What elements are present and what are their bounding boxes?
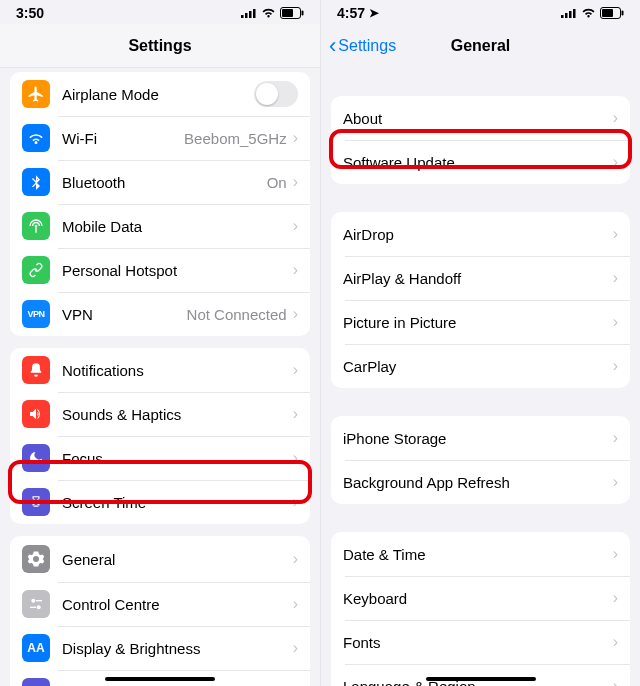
svg-rect-27 (622, 11, 624, 16)
page-title: Settings (128, 37, 191, 55)
chevron-right-icon: › (293, 551, 298, 567)
nav-header: Settings (0, 24, 320, 68)
moon-icon (22, 444, 50, 472)
chevron-right-icon: › (613, 314, 618, 330)
row-language-region[interactable]: Language & Region › (331, 664, 630, 686)
group-storage: iPhone Storage › Background App Refresh … (331, 416, 630, 504)
chevron-right-icon: › (613, 226, 618, 242)
gear-icon (22, 545, 50, 573)
label: Keyboard (343, 590, 613, 607)
chevron-right-icon: › (613, 430, 618, 446)
row-notifications[interactable]: Notifications › (10, 348, 310, 392)
label: Software Update (343, 154, 613, 171)
row-airdrop[interactable]: AirDrop › (331, 212, 630, 256)
row-wifi[interactable]: Wi-Fi Beebom_5GHz › (10, 116, 310, 160)
svg-rect-3 (253, 9, 256, 18)
hourglass-icon (22, 488, 50, 516)
svg-point-7 (31, 599, 35, 603)
vpn-icon: VPN (22, 300, 50, 328)
link-icon (22, 256, 50, 284)
status-time: 3:50 (16, 5, 44, 21)
settings-scroll[interactable]: Airplane Mode Wi-Fi Beebom_5GHz › Blueto… (0, 68, 320, 686)
label: Personal Hotspot (62, 262, 293, 279)
wifi-icon (22, 124, 50, 152)
row-sounds-haptics[interactable]: Sounds & Haptics › (10, 392, 310, 436)
bluetooth-icon (22, 168, 50, 196)
row-background-refresh[interactable]: Background App Refresh › (331, 460, 630, 504)
row-control-centre[interactable]: Control Centre › (10, 582, 310, 626)
svg-rect-21 (561, 15, 564, 18)
battery-icon (600, 7, 624, 19)
label: Bluetooth (62, 174, 267, 191)
home-indicator[interactable] (105, 677, 215, 681)
chevron-right-icon: › (293, 306, 298, 322)
row-software-update[interactable]: Software Update › (331, 140, 630, 184)
row-general[interactable]: General › (10, 536, 310, 582)
value: On (267, 174, 287, 191)
group-localization: Date & Time › Keyboard › Fonts › Languag… (331, 532, 630, 686)
label: Sounds & Haptics (62, 406, 293, 423)
label: AirDrop (343, 226, 613, 243)
airplane-toggle[interactable] (254, 81, 298, 107)
aa-icon: AA (22, 634, 50, 662)
label: Airplane Mode (62, 86, 254, 103)
general-pane: 4:57 ➤ ‹ Settings General About › Softwa… (320, 0, 640, 686)
label: Focus (62, 450, 293, 467)
wifi-status-icon (581, 8, 596, 19)
svg-rect-6 (302, 11, 304, 16)
row-airplay-handoff[interactable]: AirPlay & Handoff › (331, 256, 630, 300)
antenna-icon (22, 212, 50, 240)
row-about[interactable]: About › (331, 96, 630, 140)
label: Control Centre (62, 596, 293, 613)
grid-icon (22, 678, 50, 686)
status-bar: 4:57 ➤ (321, 0, 640, 24)
svg-point-9 (37, 605, 41, 609)
chevron-left-icon: ‹ (329, 35, 336, 57)
svg-rect-8 (36, 600, 42, 601)
row-picture-in-picture[interactable]: Picture in Picture › (331, 300, 630, 344)
settings-group-connectivity: Airplane Mode Wi-Fi Beebom_5GHz › Blueto… (10, 72, 310, 336)
row-personal-hotspot[interactable]: Personal Hotspot › (10, 248, 310, 292)
status-bar: 3:50 (0, 0, 320, 24)
home-indicator[interactable] (426, 677, 536, 681)
page-title: General (451, 37, 511, 55)
row-focus[interactable]: Focus › (10, 436, 310, 480)
status-time: 4:57 (337, 5, 365, 21)
row-display-brightness[interactable]: AA Display & Brightness › (10, 626, 310, 670)
svg-rect-2 (249, 11, 252, 18)
label: Date & Time (343, 546, 613, 563)
svg-rect-5 (282, 9, 293, 17)
settings-group-system: General › Control Centre › AA Display & … (10, 536, 310, 686)
chevron-right-icon: › (613, 110, 618, 126)
general-scroll[interactable]: About › Software Update › AirDrop › AirP… (321, 68, 640, 686)
chevron-right-icon: › (613, 270, 618, 286)
row-airplane-mode[interactable]: Airplane Mode (10, 72, 310, 116)
chevron-right-icon: › (293, 262, 298, 278)
row-bluetooth[interactable]: Bluetooth On › (10, 160, 310, 204)
settings-root-pane: 3:50 Settings Airplane Mode Wi- (0, 0, 320, 686)
chevron-right-icon: › (613, 546, 618, 562)
label: Background App Refresh (343, 474, 613, 491)
chevron-right-icon: › (293, 640, 298, 656)
chevron-right-icon: › (293, 406, 298, 422)
chevron-right-icon: › (293, 218, 298, 234)
row-keyboard[interactable]: Keyboard › (331, 576, 630, 620)
row-fonts[interactable]: Fonts › (331, 620, 630, 664)
row-iphone-storage[interactable]: iPhone Storage › (331, 416, 630, 460)
nav-header: ‹ Settings General (321, 24, 640, 68)
row-vpn[interactable]: VPN VPN Not Connected › (10, 292, 310, 336)
row-mobile-data[interactable]: Mobile Data › (10, 204, 310, 248)
row-screen-time[interactable]: Screen Time › (10, 480, 310, 524)
row-carplay[interactable]: CarPlay › (331, 344, 630, 388)
row-date-time[interactable]: Date & Time › (331, 532, 630, 576)
wifi-status-icon (261, 8, 276, 19)
status-indicators (561, 7, 624, 19)
group-airplay: AirDrop › AirPlay & Handoff › Picture in… (331, 212, 630, 388)
svg-rect-1 (245, 13, 248, 18)
status-indicators (241, 7, 304, 19)
chevron-right-icon: › (613, 154, 618, 170)
cellular-icon (241, 8, 257, 18)
back-button[interactable]: ‹ Settings (329, 24, 396, 68)
label: AirPlay & Handoff (343, 270, 613, 287)
value: Not Connected (187, 306, 287, 323)
